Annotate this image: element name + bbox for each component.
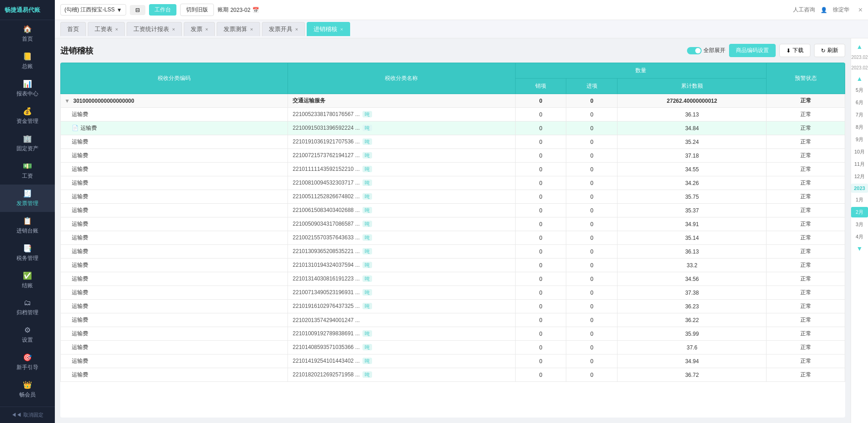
item-cumulative-cell: 36.13: [618, 245, 767, 259]
item-purchase-cell: 0: [566, 368, 618, 382]
tab-invoice-open[interactable]: 发票开具×: [262, 22, 305, 36]
item-purchase-cell: 0: [566, 327, 618, 341]
item-name-cell: 运输费: [61, 300, 288, 313]
item-status-cell: 正常: [767, 327, 845, 341]
tab-salary[interactable]: 工资表×: [88, 22, 125, 36]
expand-icon[interactable]: ▼: [64, 98, 70, 104]
item-sales-cell: 0: [515, 190, 566, 204]
item-name-cell: 运输费: [61, 217, 288, 231]
group-purchase-cell: 0: [566, 94, 618, 108]
month-nav-up[interactable]: ▲: [856, 74, 864, 83]
sidebar-item-report[interactable]: 📊报表中心: [0, 75, 55, 102]
guide-icon: 🎯: [23, 353, 32, 362]
month-item-8月[interactable]: 8月: [851, 122, 868, 132]
item-cumulative-cell: 34.91: [618, 217, 767, 231]
tab-close-invoice-calc[interactable]: ×: [250, 26, 253, 32]
sidebar-item-fund[interactable]: 💰资金管理: [0, 102, 55, 130]
sidebar-item-settings[interactable]: ⚙设置: [0, 321, 55, 349]
content-area: 进销稽核 全部展开 商品编码设置 ⬇ 下载 ↻ 刷新: [55, 38, 868, 423]
sidebar-item-guide[interactable]: 🎯新手引导: [0, 349, 55, 376]
item-purchase-cell: 0: [566, 217, 618, 231]
goods-code-btn[interactable]: 商品编码设置: [729, 44, 776, 57]
workbench-button[interactable]: 工作台: [149, 4, 176, 16]
header-status: 预警状态: [767, 63, 845, 94]
tab-close-salary[interactable]: ×: [115, 26, 118, 32]
month-item-9月[interactable]: 9月: [851, 134, 868, 145]
tab-salary-stat[interactable]: 工资统计报表×: [127, 22, 181, 36]
company-selector[interactable]: (勾稽) 江西报宝-LSS ▼: [60, 4, 126, 16]
right-panel: ▲ 2023.02 2023.02 ▲ 5月6月7月8月9月10月11月12月2…: [851, 38, 868, 423]
item-name-cell: 运输费: [61, 327, 288, 341]
unpin-button[interactable]: ◀◀ 取消固定: [0, 407, 55, 423]
page-title: 进销稽核: [60, 45, 93, 56]
sidebar-item-home[interactable]: 🏠首页: [0, 20, 55, 48]
month-item-6月[interactable]: 6月: [851, 97, 868, 108]
download-icon: ⬇: [786, 48, 791, 54]
sidebar-item-tax[interactable]: 📑税务管理: [0, 239, 55, 267]
year-label-top2: 2023.02: [851, 63, 868, 72]
item-invoice-cell: 22101408593571035366 ...吨: [288, 341, 515, 354]
item-sales-cell: 0: [515, 135, 566, 149]
month-item-10月[interactable]: 10月: [851, 147, 868, 157]
item-cumulative-cell: 34.84: [618, 122, 767, 135]
table-row: 运输费 22101009192789838691 ...吨 0 0 35.99 …: [61, 327, 845, 341]
month-item-4月[interactable]: 4月: [851, 232, 868, 242]
table-row: ▼ 30100000000000000000 交通运输服务 0 0 27262.…: [61, 94, 845, 108]
sidebar-item-asset[interactable]: 🏢固定资产: [0, 130, 55, 157]
item-purchase-cell: 0: [566, 163, 618, 176]
refresh-btn[interactable]: ↻ 刷新: [814, 44, 845, 57]
item-purchase-cell: 0: [566, 286, 618, 300]
main-area: (勾稽) 江西报宝-LSS ▼ ⊟ 工作台 切到旧版 账期 2023-02 📅 …: [55, 0, 868, 423]
month-item-12月[interactable]: 12月: [851, 171, 868, 182]
table-row: 运输费 22100713490523196931 ...吨 0 0 37.38 …: [61, 286, 845, 300]
item-invoice-cell: 22101910361921707536 ...吨: [288, 135, 515, 149]
month-item-5月[interactable]: 5月: [851, 85, 868, 95]
year-nav-up[interactable]: ▲: [856, 42, 864, 51]
sidebar-item-sales-ledger[interactable]: 📋进销台账: [0, 212, 55, 239]
copy-button[interactable]: ⊟: [130, 5, 145, 15]
tab-close-invoice-open[interactable]: ×: [295, 26, 298, 32]
item-status-cell: 正常: [767, 176, 845, 190]
year-item-2023[interactable]: 2023: [851, 184, 868, 193]
sidebar: 畅捷通易代账 🏠首页📒总账📊报表中心💰资金管理🏢固定资产💵工资🧾发票管理📋进销台…: [0, 0, 55, 423]
item-sales-cell: 0: [515, 341, 566, 354]
header-cumulative: 累计数额: [618, 79, 767, 94]
download-btn[interactable]: ⬇ 下载: [779, 44, 810, 57]
tab-home[interactable]: 首页: [60, 22, 86, 36]
month-nav-down[interactable]: ▼: [856, 244, 864, 253]
item-purchase-cell: 0: [566, 313, 618, 327]
sidebar-item-vip[interactable]: 👑畅会员: [0, 376, 55, 403]
calendar-icon[interactable]: 📅: [252, 7, 259, 13]
support-label[interactable]: 人工咨询: [793, 6, 815, 14]
tab-invoice[interactable]: 发票×: [184, 22, 215, 36]
sidebar-item-account[interactable]: ✅结账: [0, 267, 55, 294]
month-item-11月[interactable]: 11月: [851, 159, 868, 169]
topbar-close-button[interactable]: ×: [858, 6, 863, 14]
tab-close-sales-check[interactable]: ×: [340, 26, 343, 32]
tab-invoice-calc[interactable]: 发票测算×: [217, 22, 260, 36]
sidebar-item-salary[interactable]: 💵工资: [0, 157, 55, 185]
tab-sales-check[interactable]: 进销稽核×: [307, 22, 350, 36]
vip-icon: 👑: [23, 381, 32, 389]
fund-icon: 💰: [23, 107, 32, 116]
table-row: 运输费 22101309365208535221 ...吨 0 0 36.13 …: [61, 245, 845, 259]
month-item-3月[interactable]: 3月: [851, 219, 868, 230]
year-label-top: 2023.02: [851, 53, 868, 62]
sidebar-item-archive[interactable]: 🗂归档管理: [0, 294, 55, 321]
tab-close-invoice[interactable]: ×: [205, 26, 208, 32]
sidebar-item-ledger[interactable]: 📒总账: [0, 48, 55, 75]
month-item-1月[interactable]: 1月: [851, 195, 868, 205]
sidebar-item-invoice-mgmt[interactable]: 🧾发票管理: [0, 185, 55, 212]
switch-version-button[interactable]: 切到旧版: [180, 4, 214, 16]
item-cumulative-cell: 34.94: [618, 354, 767, 368]
item-cumulative-cell: 37.38: [618, 286, 767, 300]
item-name-cell: 运输费: [61, 135, 288, 149]
table-row: 运输费 22100523381780176567 ...吨 0 0 36.13 …: [61, 108, 845, 122]
tab-close-salary-stat[interactable]: ×: [172, 26, 175, 32]
item-cumulative-cell: 35.24: [618, 135, 767, 149]
month-item-2月[interactable]: 2月: [851, 207, 868, 217]
table-row: 运输费 22101111143592152210 ...吨 0 0 34.55 …: [61, 163, 845, 176]
expand-toggle[interactable]: [687, 47, 702, 54]
item-invoice-cell: 22100509034317086587 ...吨: [288, 217, 515, 231]
month-item-7月[interactable]: 7月: [851, 110, 868, 120]
